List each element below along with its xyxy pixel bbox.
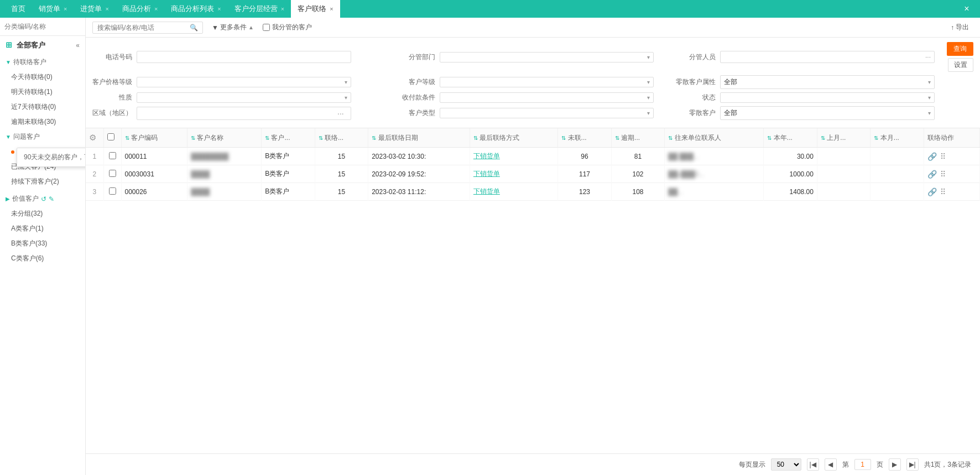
last-page-btn[interactable]: ▶|	[906, 458, 919, 471]
col-unlink[interactable]: ⇅ 未联...	[558, 128, 612, 148]
window-close-button[interactable]: ×	[958, 0, 976, 18]
row-2-checkbox[interactable]	[109, 170, 116, 177]
export-btn[interactable]: ↑ 导出	[946, 21, 973, 34]
customer-type-select[interactable]: ▾	[440, 108, 654, 118]
sidebar-group-pending[interactable]: ▼ 待联络客户	[0, 55, 85, 70]
sidebar-item-overdue[interactable]: 逾期未联络(30)	[0, 114, 85, 129]
row-1-checkbox[interactable]	[109, 152, 116, 159]
col-code[interactable]: ⇅ 客户编码	[121, 128, 187, 148]
customer-level-select[interactable]: ▾	[440, 77, 654, 87]
next-page-btn[interactable]: ▶	[889, 458, 901, 471]
sidebar-item-declining[interactable]: 持续下滑客户(2)	[0, 174, 85, 189]
sidebar-item-ungroup[interactable]: 未分组(32)	[0, 206, 85, 221]
my-customers-checkbox[interactable]	[263, 24, 270, 31]
page-num-input[interactable]	[854, 459, 871, 470]
col-last-month[interactable]: ⇅ 上月...	[817, 128, 870, 148]
sidebar-item-aclass[interactable]: A类客户(1)	[0, 221, 85, 236]
sidebar-item-7days[interactable]: 近7天待联络(0)	[0, 100, 85, 114]
region-select[interactable]: ···	[137, 107, 351, 120]
close-analysis-list-tab[interactable]: ×	[217, 6, 221, 12]
close-segment-tab[interactable]: ×	[281, 6, 284, 12]
nav-purchase[interactable]: 进货单 ×	[74, 0, 115, 18]
phone-input[interactable]	[137, 51, 351, 63]
retail-customer-select[interactable]: 全部 ▾	[720, 106, 935, 120]
manager-select[interactable]: ···	[720, 51, 935, 63]
select-all-checkbox[interactable]	[107, 133, 114, 140]
price-level-select[interactable]: ▾	[137, 77, 351, 87]
page-size-select[interactable]: 50 20 100	[771, 458, 801, 471]
dept-select[interactable]: ▾	[440, 52, 654, 62]
col-customer-type[interactable]: ⇅ 客户...	[262, 128, 315, 148]
settings-col-header[interactable]: ⚙	[86, 128, 103, 148]
cust-type-chevron-icon: ▾	[647, 110, 650, 116]
row-3-more-icon[interactable]: ⠿	[940, 187, 946, 196]
close-analysis-tab[interactable]: ×	[154, 6, 158, 12]
col-name[interactable]: ⇅ 客户名称	[187, 128, 262, 148]
row-2-contact-person-text: ██y███3...	[668, 170, 704, 178]
nav-analysis-list[interactable]: 商品分析列表 ×	[164, 0, 227, 18]
sidebar-item-today[interactable]: 今天待联络(0)	[0, 70, 85, 85]
sidebar-all-customers[interactable]: ⊞ 全部客户 «	[0, 36, 85, 55]
row-3-checkbox[interactable]	[109, 187, 116, 195]
checkbox-col-header[interactable]	[103, 128, 121, 148]
nav-customer-segment[interactable]: 客户分层经营 ×	[228, 0, 291, 18]
retail-attr-select[interactable]: 全部 ▾	[720, 75, 935, 89]
search-input[interactable]	[97, 24, 190, 32]
nav-sales[interactable]: 销货单 ×	[32, 0, 74, 18]
search-icon[interactable]: 🔍	[190, 24, 198, 32]
close-sales-tab[interactable]: ×	[64, 6, 67, 12]
sidebar-item-tomorrow[interactable]: 明天待联络(1)	[0, 85, 85, 100]
manager-dots[interactable]: ···	[925, 53, 931, 61]
sidebar-group-problem[interactable]: ▼ 问题客户	[0, 129, 85, 144]
row-1-name[interactable]: ████████	[187, 148, 262, 165]
sidebar-search-input[interactable]	[4, 23, 86, 30]
col-last-method[interactable]: ⇅ 最后联络方式	[470, 128, 557, 148]
arrow-down-icon: ▼	[6, 59, 11, 65]
column-settings-icon[interactable]: ⚙	[89, 133, 96, 142]
prev-page-btn[interactable]: ◀	[825, 458, 837, 471]
sidebar-item-bclass[interactable]: B类客户(33)	[0, 236, 85, 251]
first-page-btn[interactable]: |◀	[807, 458, 819, 471]
row-1-link-icon[interactable]: 🔗	[927, 152, 937, 161]
row-2-last-method[interactable]: 下销货单	[470, 165, 557, 183]
row-3-last-method[interactable]: 下销货单	[470, 183, 557, 201]
row-checkbox-3[interactable]	[103, 183, 121, 201]
more-conditions-btn[interactable]: ▼ 更多条件 ▲	[208, 21, 257, 34]
row-3-action-icons: 🔗 ⠿	[927, 187, 976, 196]
close-purchase-tab[interactable]: ×	[105, 6, 108, 12]
status-select[interactable]: ▾	[720, 92, 935, 103]
gender-select[interactable]: ▾	[137, 92, 351, 103]
region-dots-icon[interactable]: ···	[334, 109, 347, 118]
row-3-link-icon[interactable]: 🔗	[927, 187, 937, 196]
settings-button[interactable]: 设置	[948, 58, 973, 72]
refresh-icon[interactable]: ↺	[41, 195, 46, 203]
row-2-more-icon[interactable]: ⠿	[940, 170, 946, 179]
close-contact-tab[interactable]: ×	[330, 6, 333, 12]
price-level-label: 客户价格等级	[92, 77, 137, 87]
sidebar-group-value[interactable]: ▶ 价值客户 ↺ ✎	[0, 191, 85, 206]
col-year[interactable]: ⇅ 本年...	[764, 128, 817, 148]
col-last-date[interactable]: ⇅ 最后联络日期	[368, 128, 470, 148]
top-nav: 首页 销货单 × 进货单 × 商品分析 × 商品分析列表 × 客户分层经营 × …	[0, 0, 980, 18]
row-checkbox-2[interactable]	[103, 165, 121, 183]
payment-select[interactable]: ▾	[440, 92, 654, 103]
row-1-last-method[interactable]: 下销货单	[470, 148, 557, 165]
row-checkbox-1[interactable]	[103, 148, 121, 165]
row-2-link-icon[interactable]: 🔗	[927, 170, 937, 179]
my-customers-checkbox-label[interactable]: 我分管的客户	[263, 23, 312, 32]
col-this-month[interactable]: ⇅ 本月...	[870, 128, 924, 148]
nav-analysis[interactable]: 商品分析 ×	[116, 0, 164, 18]
row-1-more-icon[interactable]: ⠿	[940, 152, 946, 161]
sidebar-item-cclass[interactable]: C类客户(6)	[0, 251, 85, 266]
nav-home[interactable]: 首页	[4, 0, 32, 18]
sidebar-search-area: 🔍	[0, 18, 85, 36]
edit-icon[interactable]: ✎	[49, 195, 54, 203]
col-contact-person[interactable]: ⇅ 往来单位联系人	[665, 128, 764, 148]
col-overdue[interactable]: ⇅ 逾期...	[611, 128, 665, 148]
sidebar-collapse-icon[interactable]: «	[76, 41, 80, 49]
nav-customer-contact[interactable]: 客户联络 ×	[291, 0, 340, 18]
row-2-name[interactable]: ████	[187, 165, 262, 183]
col-contact[interactable]: ⇅ 联络...	[315, 128, 368, 148]
query-button[interactable]: 查询	[947, 42, 973, 56]
row-3-name[interactable]: ████	[187, 183, 262, 201]
